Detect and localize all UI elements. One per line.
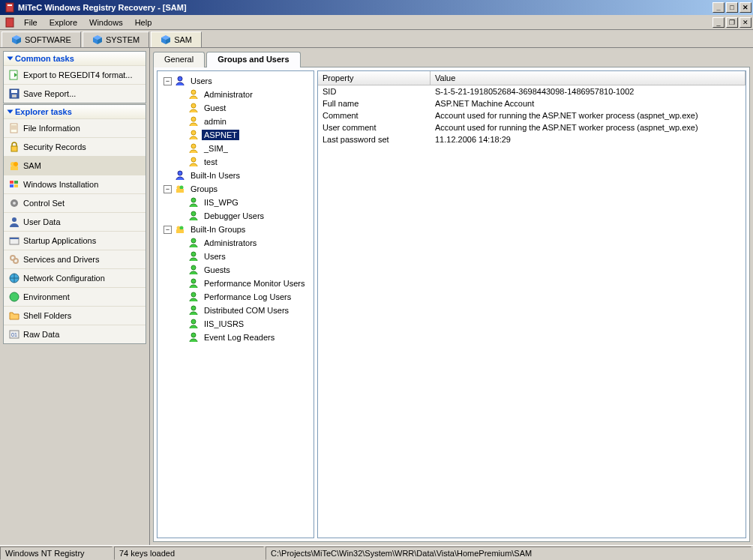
person-y-icon (188, 143, 199, 154)
tree-node-users[interactable]: Users (158, 250, 314, 263)
tab-general[interactable]: General (153, 52, 205, 67)
menu-help[interactable]: Help (129, 16, 158, 28)
sidebar-explorer-services-and-drivers[interactable]: Services and Drivers (4, 250, 146, 268)
mdi-close-button[interactable]: ✕ (740, 17, 752, 28)
person-g-icon (188, 211, 199, 221)
sidebar-common-header[interactable]: Common tasks (4, 52, 146, 65)
sidebar-explorer-header[interactable]: Explorer tasks (4, 105, 146, 118)
tree-node-users[interactable]: −Users (158, 74, 314, 88)
maximize-button[interactable]: □ (726, 2, 738, 13)
person-g-icon (188, 319, 199, 329)
close-button[interactable]: ✕ (740, 2, 752, 13)
tree-toggle-icon[interactable]: − (164, 226, 172, 234)
details-row[interactable]: SIDS-1-5-21-1918052684-3698443098-148695… (318, 85, 746, 97)
tree-node-administrator[interactable]: Administrator (158, 88, 314, 101)
svg-rect-1 (8, 4, 12, 6)
svg-point-58 (191, 319, 196, 324)
details-header-value[interactable]: Value (430, 71, 746, 85)
tree-node-admin[interactable]: admin (158, 115, 314, 128)
details-row[interactable]: User commentAccount used for running the… (318, 121, 746, 133)
user-icon (175, 170, 185, 181)
svg-point-33 (10, 292, 19, 301)
tree-node-performance-log-users[interactable]: Performance Log Users (158, 290, 314, 304)
tree-node-built-in-groups[interactable]: −Built-In Groups (158, 223, 314, 236)
svg-rect-23 (10, 184, 14, 187)
tree-node-distributed-com-users[interactable]: Distributed COM Users (158, 304, 314, 317)
folder-icon (8, 310, 20, 322)
file-icon (8, 122, 20, 134)
app-small-icon (4, 17, 15, 28)
sidebar-common-export-to-regedit4-format-[interactable]: Export to REGEDIT4 format... (4, 65, 146, 84)
tree-node-debugger-users[interactable]: Debugger Users (158, 209, 314, 223)
sidebar-explorer-user-data[interactable]: User Data (4, 212, 146, 231)
cube-icon (160, 34, 171, 45)
svg-point-50 (180, 226, 184, 230)
tree-node-performance-monitor-users[interactable]: Performance Monitor Users (158, 277, 314, 290)
svg-rect-2 (6, 18, 14, 27)
person-g-icon (188, 332, 199, 343)
minimize-button[interactable]: _ (712, 2, 724, 13)
tree-node-guest[interactable]: Guest (158, 101, 314, 115)
person-g-icon (188, 292, 199, 302)
cube-icon (92, 34, 103, 45)
tree-node--sim-[interactable]: _SIM_ (158, 142, 314, 155)
sidebar-explorer-raw-data[interactable]: 01Raw Data (4, 325, 146, 343)
tree-node-iis-wpg[interactable]: IIS_WPG (158, 196, 314, 209)
person-g-icon (188, 305, 199, 316)
sidebar-explorer-shell-folders[interactable]: Shell Folders (4, 306, 146, 325)
sidebar-explorer-startup-applications[interactable]: Startup Applications (4, 231, 146, 250)
sidebar-item-label: Save Report... (23, 89, 76, 98)
sidebar-explorer-network-configuration[interactable]: Network Configuration (4, 268, 146, 287)
tree-node-built-in-users[interactable]: Built-In Users (158, 169, 314, 182)
tree-node-event-log-readers[interactable]: Event Log Readers (158, 331, 314, 344)
details-property: SID (318, 85, 430, 97)
lock-icon (8, 141, 20, 153)
details-row[interactable]: Full nameASP.NET Machine Account (318, 97, 746, 109)
sidebar-explorer-windows-installation[interactable]: Windows Installation (4, 175, 146, 193)
sidebar-item-label: Security Records (23, 142, 86, 151)
tree-label: Guests (202, 265, 232, 275)
person-y-icon (188, 103, 199, 113)
document-tab-software[interactable]: SOFTWARE (2, 31, 81, 47)
document-tab-sam[interactable]: SAM (151, 31, 202, 47)
tree-node-administrators[interactable]: Administrators (158, 236, 314, 250)
sidebar-common-save-report-[interactable]: Save Report... (4, 84, 146, 103)
menu-file[interactable]: File (18, 16, 44, 28)
document-tab-system[interactable]: SYSTEM (82, 31, 149, 47)
tree-toggle-icon[interactable]: − (164, 77, 172, 85)
svg-point-41 (191, 144, 196, 148)
menu-explore[interactable]: Explore (44, 16, 83, 28)
tree-node-test[interactable]: test (158, 155, 314, 169)
gear-icon (8, 197, 20, 209)
details-property: User comment (318, 121, 430, 133)
details-header-property[interactable]: Property (318, 71, 430, 85)
tree-label: Debugger Users (202, 211, 266, 221)
details-row[interactable]: CommentAccount used for running the ASP.… (318, 109, 746, 121)
sidebar-explorer-file-information[interactable]: File Information (4, 118, 146, 137)
group-icon (175, 224, 185, 235)
window-title: MiTeC Windows Registry Recovery - [SAM] (18, 3, 712, 12)
tree-panel[interactable]: −UsersAdministratorGuestadminASPNET_SIM_… (157, 70, 314, 538)
mdi-minimize-button[interactable]: _ (712, 17, 724, 28)
tree-label: Users (202, 251, 228, 262)
tree-label: admin (202, 116, 229, 127)
tree-node-aspnet[interactable]: ASPNET (158, 128, 314, 142)
tree-node-iis-iusrs[interactable]: IIS_IUSRS (158, 317, 314, 331)
menu-windows[interactable]: Windows (83, 16, 129, 28)
sidebar-explorer-control-set[interactable]: Control Set (4, 193, 146, 212)
details-row[interactable]: Last password set11.12.2006 14:18:29 (318, 133, 746, 145)
details-header: Property Value (318, 71, 746, 85)
mdi-restore-button[interactable]: ❐ (726, 17, 738, 28)
services-icon (8, 253, 20, 265)
sidebar-explorer-environment[interactable]: Environment (4, 287, 146, 306)
sidebar-explorer-sam[interactable]: SAM (4, 156, 146, 175)
tree-toggle-icon[interactable]: − (164, 185, 172, 193)
tab-groups-and-users[interactable]: Groups and Users (206, 52, 300, 67)
tree-node-groups[interactable]: −Groups (158, 182, 314, 196)
svg-point-56 (191, 292, 196, 297)
sidebar-item-label: Network Configuration (23, 274, 105, 283)
svg-point-55 (191, 279, 196, 283)
sidebar-explorer-security-records[interactable]: Security Records (4, 137, 146, 156)
tree-node-guests[interactable]: Guests (158, 263, 314, 277)
sidebar-common-tasks: Common tasks Export to REGEDIT4 format..… (3, 51, 146, 103)
